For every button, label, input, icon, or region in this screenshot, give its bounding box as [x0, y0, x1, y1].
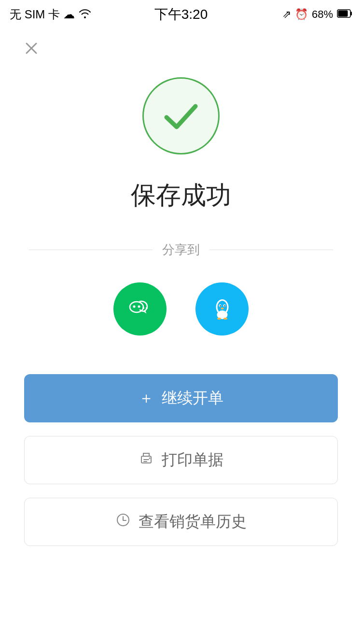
svg-rect-21 — [143, 459, 149, 460]
svg-point-9 — [146, 307, 148, 309]
status-left: 无 SIM 卡 ☁ — [10, 7, 91, 22]
svg-rect-22 — [143, 461, 147, 462]
wifi-icon — [79, 8, 91, 21]
svg-point-18 — [217, 318, 221, 320]
svg-point-15 — [224, 305, 225, 306]
continue-order-label: 继续开单 — [162, 388, 223, 409]
continue-order-icon: ＋ — [139, 388, 154, 409]
print-receipt-label: 打印单据 — [162, 449, 223, 471]
svg-point-7 — [138, 305, 140, 308]
share-divider: 分享到 — [0, 241, 362, 258]
history-icon — [115, 512, 131, 532]
battery-label: 68% — [312, 8, 333, 21]
success-title: 保存成功 — [131, 179, 231, 212]
view-history-button[interactable]: 查看销货单历史 — [24, 498, 338, 546]
status-time: 下午3:20 — [154, 5, 208, 24]
svg-point-8 — [142, 307, 144, 309]
print-receipt-button[interactable]: 打印单据 — [24, 436, 338, 484]
svg-point-23 — [149, 458, 151, 459]
svg-rect-1 — [350, 12, 352, 15]
svg-rect-2 — [338, 11, 348, 17]
location-icon: ⇗ — [282, 8, 291, 21]
success-icon-circle — [142, 77, 220, 154]
svg-point-6 — [133, 305, 135, 308]
alarm-icon: ⏰ — [295, 8, 308, 21]
share-label: 分享到 — [153, 241, 209, 258]
battery-icon — [337, 8, 352, 21]
status-right: ⇗ ⏰ 68% — [282, 8, 352, 21]
divider-line-left — [29, 250, 153, 250]
view-history-label: 查看销货单历史 — [139, 511, 247, 532]
share-wechat-button[interactable] — [113, 282, 167, 336]
sim-label: 无 SIM 卡 ☁ — [10, 7, 75, 22]
svg-point-19 — [223, 318, 227, 320]
close-button[interactable] — [19, 36, 43, 60]
continue-order-button[interactable]: ＋ 继续开单 — [24, 374, 338, 422]
share-icons-row — [113, 282, 249, 336]
divider-line-right — [209, 250, 333, 250]
share-qq-button[interactable] — [195, 282, 249, 336]
svg-point-16 — [221, 308, 223, 309]
main-content: 保存成功 分享到 — [0, 29, 362, 546]
status-bar: 无 SIM 卡 ☁ 下午3:20 ⇗ ⏰ 68% — [0, 0, 362, 29]
svg-point-14 — [220, 305, 221, 306]
print-icon — [139, 450, 154, 470]
action-buttons: ＋ 继续开单 打印单据 — [0, 374, 362, 546]
